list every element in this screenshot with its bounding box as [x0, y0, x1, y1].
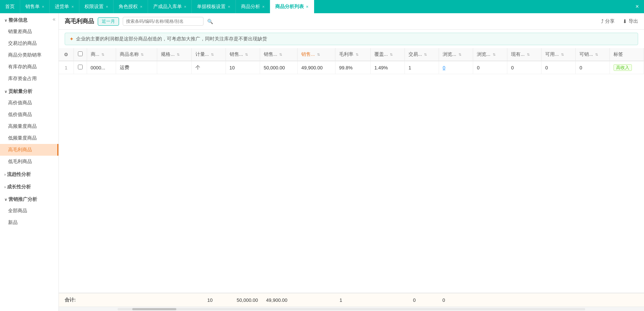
cell-available: 0 — [542, 61, 576, 74]
col-settings[interactable]: ⚙ — [59, 48, 73, 61]
sidebar-item-traded[interactable]: 交易过的商品 — [0, 37, 58, 49]
sidebar-item-new-goods[interactable]: 新品 — [0, 217, 58, 228]
nav-purchase-close[interactable]: × — [71, 4, 73, 9]
sidebar-item-in-stock[interactable]: 有库存的商品 — [0, 61, 58, 73]
footer-cell-transaction: 1 — [336, 297, 365, 303]
nav-goods-analysis-list-close[interactable]: × — [306, 4, 308, 9]
col-checkbox[interactable] — [73, 48, 87, 61]
sort-icon-coverage: ⇅ — [390, 53, 393, 57]
col-tag[interactable]: 标签 — [610, 48, 644, 61]
sidebar-group-overall[interactable]: ∨ 整体信息 — [0, 13, 58, 26]
cell-coverage: 1.49% — [370, 61, 404, 74]
nav-goods-analysis[interactable]: 商品分析 × — [236, 0, 270, 13]
scrollbar-track[interactable] — [118, 308, 585, 310]
nav-close-all[interactable]: × — [630, 3, 644, 10]
scrollbar-thumb[interactable] — [132, 308, 176, 310]
sidebar-group-growth[interactable]: › 成长性分析 — [0, 180, 58, 192]
sidebar-item-category-assist[interactable]: 商品分类助销率 — [0, 49, 58, 61]
nav-product-in[interactable]: 产成品入库单 × — [148, 0, 192, 13]
nav-purchase[interactable]: 进货单 × — [50, 0, 79, 13]
sidebar-item-poor-sales[interactable]: 销量差商品 — [0, 26, 58, 37]
sidebar-item-high-freq[interactable]: 高频量度商品 — [0, 120, 58, 132]
sidebar-item-all-goods[interactable]: 全部商品 — [0, 205, 58, 217]
col-gross-rate[interactable]: 毛利率 ⇅ — [335, 48, 371, 61]
nav-role-close[interactable]: × — [140, 4, 142, 9]
cell-unit: 个 — [191, 61, 226, 74]
nav-role[interactable]: 角色授权 × — [114, 0, 148, 13]
footer-cell-sales1: 10 — [204, 297, 233, 303]
col-sales1[interactable]: 销售... ⇅ — [226, 48, 260, 61]
table-container: ⚙ 商... ⇅ 商品名称 ⇅ — [59, 48, 644, 293]
nav-permission[interactable]: 权限设置 × — [79, 0, 114, 13]
col-sales3[interactable]: 销售... ⇅ — [298, 48, 335, 61]
cell-browse1[interactable]: 0 — [439, 61, 473, 74]
share-btn[interactable]: ⤴ 分享 — [601, 18, 615, 25]
sidebar: « ∨ 整体信息 销量差商品 交易过的商品 商品分类助销率 有库存的商品 库存资… — [0, 13, 59, 311]
sidebar-group-marketing[interactable]: ∨ 营销推广分析 — [0, 192, 58, 205]
nav-sales[interactable]: 销售单 × — [20, 0, 50, 13]
sidebar-item-low-value[interactable]: 低价值商品 — [0, 109, 58, 120]
sort-icon-sales1: ⇅ — [245, 53, 248, 57]
cell-checkbox[interactable] — [73, 61, 87, 74]
nav-template[interactable]: 单据模板设置 × — [192, 0, 235, 13]
cell-no: 1 — [59, 61, 73, 74]
sidebar-item-low-freq[interactable]: 低频量度商品 — [0, 132, 58, 144]
sort-icon-sellable: ⇅ — [595, 53, 598, 57]
col-transaction[interactable]: 交易... ⇅ — [404, 48, 439, 61]
export-btn[interactable]: ⬇ 导出 — [623, 18, 638, 25]
footer-cells: 10 50,000.00 49,900.00 1 0 0 — [82, 297, 638, 303]
export-icon: ⬇ — [623, 18, 627, 24]
sidebar-item-high-gross[interactable]: 高毛利商品 — [0, 144, 58, 156]
data-table: ⚙ 商... ⇅ 商品名称 ⇅ — [59, 48, 644, 74]
browse1-link[interactable]: 0 — [443, 65, 445, 70]
row-checkbox[interactable] — [78, 65, 83, 69]
col-browse1[interactable]: 浏览... ⇅ — [439, 48, 473, 61]
nav-permission-close[interactable]: × — [106, 4, 108, 9]
col-code[interactable]: 商... ⇅ — [87, 48, 116, 61]
col-spec[interactable]: 规格... ⇅ — [157, 48, 191, 61]
filter-recent-month-btn[interactable]: 近一月 — [98, 17, 119, 26]
col-name[interactable]: 商品名称 ⇅ — [116, 48, 157, 61]
content-header: 高毛利商品 近一月 🔍 ⤴ 分享 ⬇ 导出 — [59, 13, 644, 30]
sidebar-group-overall-arrow: ∨ — [4, 18, 7, 22]
cell-gross-rate: 99.8% — [335, 61, 371, 74]
footer-cell-stock: 0 — [409, 297, 439, 303]
footer-bar: 合计: 10 50,000.00 49,900.00 1 0 0 — [59, 293, 644, 307]
col-available[interactable]: 可用... ⇅ — [542, 48, 576, 61]
search-input[interactable] — [123, 17, 204, 26]
cell-browse2: 0 — [473, 61, 507, 74]
sidebar-group-trend[interactable]: › 流趋性分析 — [0, 167, 58, 180]
nav-sales-close[interactable]: × — [42, 4, 44, 9]
nav-goods-analysis-close[interactable]: × — [262, 4, 265, 9]
nav-home[interactable]: 首页 — [0, 0, 20, 13]
sort-icon-sales2: ⇅ — [279, 53, 282, 57]
footer-label: 合计: — [65, 297, 76, 303]
sidebar-item-low-gross[interactable]: 低毛利商品 — [0, 156, 58, 167]
sidebar-group-marketing-arrow: ∨ — [4, 198, 7, 202]
col-sales2[interactable]: 销售... ⇅ — [260, 48, 298, 61]
sidebar-item-stock-capital[interactable]: 库存资金占用 — [0, 73, 58, 84]
sort-icon-name: ⇅ — [141, 53, 144, 57]
col-unit[interactable]: 计量... ⇅ — [191, 48, 226, 61]
nav-template-close[interactable]: × — [228, 4, 230, 9]
settings-icon[interactable]: ⚙ — [64, 52, 68, 57]
search-icon: 🔍 — [207, 19, 213, 24]
sort-icon-transaction: ⇅ — [424, 53, 427, 57]
col-stock[interactable]: 现有... ⇅ — [507, 48, 542, 61]
col-coverage[interactable]: 覆盖... ⇅ — [370, 48, 404, 61]
table-header-row: ⚙ 商... ⇅ 商品名称 ⇅ — [59, 48, 644, 61]
select-all-checkbox[interactable] — [78, 51, 83, 56]
sidebar-collapse-btn[interactable]: « — [53, 16, 55, 22]
nav-goods-analysis-list[interactable]: 商品分析列表 × — [270, 0, 314, 13]
sidebar-item-high-value[interactable]: 高价值商品 — [0, 97, 58, 109]
cell-sales2: 50,000.00 — [260, 61, 298, 74]
col-sellable[interactable]: 可销... ⇅ — [576, 48, 610, 61]
nav-product-in-close[interactable]: × — [184, 4, 186, 9]
cell-name: 运费 — [116, 61, 157, 74]
cell-sales3: 49,900.00 — [298, 61, 335, 74]
sidebar-group-contribution[interactable]: ∨ 贡献量分析 — [0, 84, 58, 97]
main-layout: « ∨ 整体信息 销量差商品 交易过的商品 商品分类助销率 有库存的商品 库存资… — [0, 13, 644, 311]
search-btn[interactable]: 🔍 — [207, 18, 213, 24]
col-browse2[interactable]: 浏览... ⇅ — [473, 48, 507, 61]
bottom-scrollbar[interactable] — [59, 307, 644, 311]
